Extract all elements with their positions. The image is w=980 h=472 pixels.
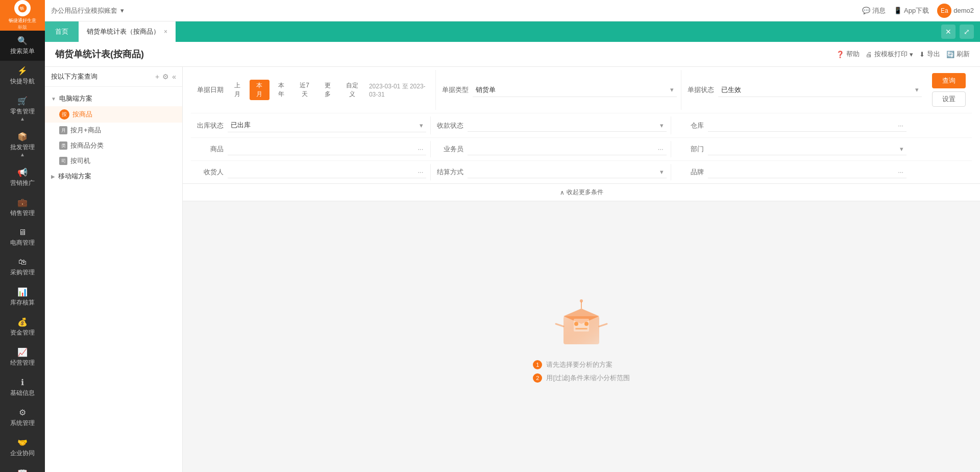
sidebar-item-wholesale[interactable]: 📦 批发管理 ▲ [0,127,45,162]
avatar: Ea [937,4,951,18]
tree-item-by-category[interactable]: 类 按商品分类 [45,138,182,153]
pc-group-chevron: ▼ [51,96,56,102]
left-panel-actions: + ⚙ « [155,73,176,81]
page-header: 销货单统计表(按商品) ❓ 帮助 🖨 按模板打印 ▾ ⬇ 导出 🔄 刷新 [45,42,980,67]
tree-group-pc-header[interactable]: ▼ 电脑端方案 [45,91,182,106]
by-driver-icon: 司 [59,157,67,165]
sidebar-item-inventory[interactable]: 📊 库存核算 [0,282,45,312]
warehouse-dots[interactable]: ··· [898,122,903,129]
settings-button[interactable]: 设置 [932,91,966,107]
sidebar-item-basic[interactable]: ℹ 基础信息 [0,372,45,403]
action-buttons-spacer3 [911,164,972,180]
sidebar-item-management[interactable]: 📈 经营管理 [0,342,45,372]
action-buttons-spacer [911,116,972,134]
tab-home[interactable]: 首页 [45,21,79,42]
window-maximize-button[interactable]: ⤢ [960,25,974,39]
warehouse-input[interactable]: ··· [708,120,906,132]
receiver-input[interactable]: ··· [228,166,426,178]
management-icon: 📈 [17,347,28,357]
sidebar-item-ecommerce[interactable]: 🖥 电商管理 [0,223,45,252]
sidebar-item-wholesale-label: 批发管理 [10,143,35,152]
mobile-group-chevron: ▶ [51,174,55,179]
date-label: 单据日期 [195,85,224,95]
sidebar-item-marketing[interactable]: 📢 营销推广 [0,162,45,193]
wholesale-icon: 📦 [17,132,28,141]
date-btn-lastmonth[interactable]: 上月 [228,80,248,100]
salesperson-input[interactable]: ··· [468,143,666,155]
export-button[interactable]: ⬇ 导出 [919,50,940,59]
receiver-dots[interactable]: ··· [418,168,423,176]
tree-group-mobile-header[interactable]: ▶ 移动端方案 [45,169,182,184]
empty-state: 1 请先选择要分析的方案 2 用[过滤]条件来缩小分析范围 [183,201,980,472]
edit-scheme-button[interactable]: ⚙ [162,73,169,81]
tab-close-icon[interactable]: × [164,28,167,35]
left-panel-title: 按以下方案查询 [51,72,97,81]
out-status-select[interactable]: 已出库 ▾ [228,119,426,132]
refresh-icon: 🔄 [946,51,954,58]
goods-label: 商品 [195,145,224,154]
message-button[interactable]: 💬 消息 [862,6,886,15]
print-label: 按模板打印 [874,50,908,59]
date-btn-thisyear[interactable]: 本年 [272,80,291,100]
date-btn-thismonth[interactable]: 本月 [250,80,270,100]
date-range: 2023-03-01 至 2023-03-31 [369,82,431,98]
date-btn-last7days[interactable]: 近7天 [293,80,316,100]
goods-dots[interactable]: ··· [418,145,423,153]
tree-item-by-goods[interactable]: 按 按商品 [45,106,182,123]
sidebar-item-search[interactable]: 🔍 搜索菜单 [0,31,45,61]
by-month-goods-icon: 月 [59,126,67,134]
sidebar-item-sales[interactable]: 💼 销售管理 [0,193,45,223]
main-container: 办公用品行业模拟账套 ▾ 💬 消息 📱 App下载 Ea demo2 首页 [45,0,980,472]
sidebar-item-purchase[interactable]: 🛍 采购管理 [0,252,45,282]
sidebar-item-management-label: 经营管理 [10,359,35,367]
sidebar-item-system[interactable]: ⚙ 系统管理 [0,403,45,433]
window-close-button[interactable]: ✕ [941,25,955,39]
tree-item-by-month-goods[interactable]: 月 按月+商品 [45,123,182,138]
sidebar-item-search-label: 搜索菜单 [10,47,35,56]
date-btn-custom[interactable]: 自定义 [340,80,365,100]
brand-dots[interactable]: ··· [898,168,903,176]
tab-active[interactable]: 销货单统计表（按商品） × [79,21,176,42]
app-logo[interactable]: 畅 畅捷通好生意 标版 [0,0,45,31]
sidebar: 畅 畅捷通好生意 标版 🔍 搜索菜单 ⚡ 快捷导航 🛒 零售管理 ▲ 📦 批发管… [0,0,45,472]
svg-point-6 [584,322,589,326]
print-button[interactable]: 🖨 按模板打印 ▾ [866,50,913,59]
tip-text-2: 用[过滤]条件来缩小分析范围 [546,373,629,383]
ecommerce-icon: 🖥 [18,228,27,237]
help-button[interactable]: ❓ 帮助 [836,50,860,59]
doc-status-select[interactable]: 已生效 ▾ [718,83,922,97]
breadcrumb-arrow[interactable]: ▾ [120,7,124,14]
sidebar-item-retail[interactable]: 🛒 零售管理 ▲ [0,91,45,127]
date-btn-group: 上月 本月 本年 近7天 更多 自定义 2023-03-01 至 2023-03… [228,80,431,100]
avatar-initials: Ea [941,7,948,14]
collapse-panel-button[interactable]: « [172,73,176,81]
by-driver-label: 按司机 [70,156,90,166]
warehouse-label: 仓库 [675,121,704,130]
goods-input[interactable]: ··· [228,143,426,155]
payment-method-arrow: ▾ [660,168,664,176]
add-scheme-button[interactable]: + [155,73,159,81]
sidebar-item-guide[interactable]: 📖 新手引导 [0,463,45,472]
user-profile[interactable]: Ea demo2 [937,4,974,18]
print-icon: 🖨 [866,51,872,58]
payment-select[interactable]: ▾ [468,120,666,132]
app-download-button[interactable]: 📱 App下载 [894,6,929,15]
refresh-button[interactable]: 🔄 刷新 [946,50,970,59]
doc-type-select[interactable]: 销货单 ▾ [473,83,676,97]
salesperson-dots[interactable]: ··· [658,145,664,153]
department-select[interactable]: ▾ [708,143,906,155]
guide-icon: 📖 [17,468,28,472]
sidebar-item-collab[interactable]: 🤝 企业协同 [0,433,45,463]
brand-input[interactable]: ··· [708,166,906,178]
tree-item-by-driver[interactable]: 司 按司机 [45,153,182,169]
date-btn-more[interactable]: 更多 [318,80,338,100]
sidebar-item-finance[interactable]: 💰 资金管理 [0,312,45,342]
payment-method-select[interactable]: ▾ [468,166,666,178]
refresh-label: 刷新 [957,50,970,59]
query-button[interactable]: 查询 [932,73,966,88]
collapse-label: 收起更多条件 [567,188,603,197]
doc-status-arrow: ▾ [915,86,919,93]
collapse-bar[interactable]: ∧ 收起更多条件 [183,184,980,201]
empty-illustration [551,291,612,352]
sidebar-item-quicknav[interactable]: ⚡ 快捷导航 [0,61,45,91]
